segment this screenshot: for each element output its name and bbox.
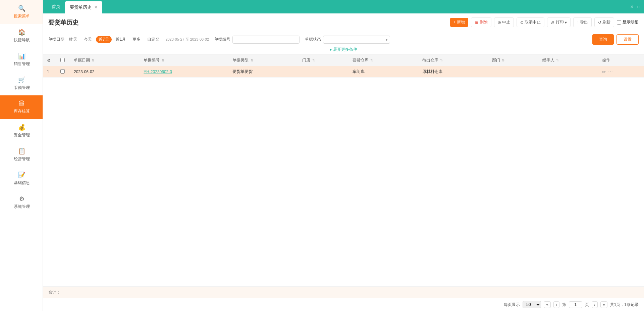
sort-doctype-icon: ⇅ bbox=[251, 58, 253, 62]
expand-icon: ▾ bbox=[330, 47, 332, 52]
tab-home[interactable]: 首页 bbox=[47, 0, 65, 13]
sidebar-item-purchase[interactable]: 🛒 采购管理 bbox=[0, 72, 43, 95]
operation-icon: 📋 bbox=[18, 147, 25, 155]
pagination: 每页显示 50 100 « ‹ 第 页 › » 共1页，1条记录 bbox=[43, 298, 644, 311]
sidebar-item-operation[interactable]: 📋 经营管理 bbox=[0, 143, 43, 167]
cell-action: ✏ ⋯ bbox=[598, 66, 644, 78]
next-page-button[interactable]: › bbox=[592, 301, 598, 308]
export-icon: ↑ bbox=[577, 20, 579, 25]
table-row: 1 2023-06-02 YH-20230602-0 要货单要货 车间库 原材料… bbox=[43, 66, 644, 78]
col-pending-warehouse[interactable]: 待出仓库 ⇅ bbox=[418, 55, 488, 66]
last-page-button[interactable]: » bbox=[600, 301, 607, 308]
doc-status-filter-group: 单据状态 bbox=[305, 36, 390, 44]
sidebar-item-basicinfo[interactable]: 📝 基础信息 bbox=[0, 167, 43, 190]
first-page-button[interactable]: « bbox=[544, 301, 551, 308]
page-size-select[interactable]: 50 100 bbox=[523, 301, 541, 308]
date-btn-7days[interactable]: 近7天 bbox=[96, 36, 112, 43]
date-filter-group: 单据日期 昨天 今天 近7天 近1月 更多 自定义 2023-05-27 至 2… bbox=[48, 36, 209, 43]
more-icon[interactable]: ⋯ bbox=[608, 69, 613, 75]
sidebar-item-system[interactable]: ⚙ 系统管理 bbox=[0, 190, 43, 214]
sidebar-item-label: 库存核算 bbox=[14, 108, 30, 114]
col-store[interactable]: 门店 ⇅ bbox=[298, 55, 348, 66]
date-btn-yesterday[interactable]: 昨天 bbox=[66, 36, 80, 43]
inventory-icon: 🏛 bbox=[19, 100, 25, 107]
sort-docno-icon: ⇅ bbox=[162, 58, 164, 62]
select-all-checkbox[interactable] bbox=[60, 58, 65, 62]
table-footer: 合计： bbox=[43, 286, 644, 298]
total-info: 共1页，1条记录 bbox=[610, 302, 639, 308]
col-settings[interactable]: ⚙ bbox=[43, 55, 56, 66]
date-btn-today[interactable]: 今天 bbox=[81, 36, 95, 43]
doc-status-label: 单据状态 bbox=[305, 37, 321, 42]
expand-more-button[interactable]: ▾ 展开更多条件 bbox=[48, 47, 639, 52]
doc-no-link[interactable]: YH-20230602-0 bbox=[144, 70, 172, 74]
col-doc-no[interactable]: 单据编号 ⇅ bbox=[140, 55, 228, 66]
stop-icon: ⊘ bbox=[498, 20, 501, 25]
window-minimize-button[interactable]: □ bbox=[638, 4, 640, 9]
row-checkbox[interactable] bbox=[60, 69, 65, 74]
print-button[interactable]: 🖨 打印 ▾ bbox=[547, 17, 571, 27]
query-button[interactable]: 查询 bbox=[592, 34, 614, 45]
doc-no-filter-group: 单据编号 bbox=[214, 36, 300, 44]
print-dropdown-icon: ▾ bbox=[565, 20, 567, 25]
date-btn-1month[interactable]: 近1月 bbox=[113, 36, 129, 43]
cell-pending-warehouse: 原材料仓库 bbox=[418, 66, 488, 78]
tab-close-button[interactable]: ✕ bbox=[94, 5, 98, 10]
page-header: 要货单历史 + 新增 🗑 删除 ⊘ 中止 ⊙ 取消中止 🖨 打印 bbox=[43, 13, 644, 30]
stop-button[interactable]: ⊘ 中止 bbox=[494, 17, 514, 27]
sort-pendwh-icon: ⇅ bbox=[440, 58, 443, 62]
main-wrapper: 首页 要货单历史 ✕ ✕ □ 要货单历史 + 新增 🗑 删除 ⊘ 中止 bbox=[43, 0, 644, 311]
col-handler[interactable]: 经手人 ⇅ bbox=[538, 55, 598, 66]
cancel-stop-button[interactable]: ⊙ 取消中止 bbox=[517, 17, 544, 27]
page-content: 要货单历史 + 新增 🗑 删除 ⊘ 中止 ⊙ 取消中止 🖨 打印 bbox=[43, 13, 644, 311]
show-detail-toggle[interactable]: 显示明细 bbox=[617, 19, 639, 25]
sidebar-item-finance[interactable]: 💰 资金管理 bbox=[0, 119, 43, 143]
cell-checkbox bbox=[56, 66, 70, 78]
date-btn-custom[interactable]: 自定义 bbox=[145, 36, 162, 43]
search-menu-icon: 🔍 bbox=[18, 5, 25, 12]
sidebar: 🔍 搜索菜单 🏠 快捷导航 📊 销售管理 🛒 采购管理 🏛 库存核算 💰 资金管… bbox=[0, 0, 43, 311]
action-icons: ✏ ⋯ bbox=[602, 69, 640, 75]
col-action: 操作 bbox=[598, 55, 644, 66]
col-checkbox bbox=[56, 55, 70, 66]
sidebar-item-search[interactable]: 🔍 搜索菜单 bbox=[0, 0, 43, 24]
settings-button[interactable]: 设置 bbox=[616, 34, 639, 45]
export-button[interactable]: ↑ 导出 bbox=[573, 17, 592, 27]
sidebar-item-quicknav[interactable]: 🏠 快捷导航 bbox=[0, 24, 43, 48]
page-number-input[interactable] bbox=[569, 301, 582, 308]
sidebar-item-inventory[interactable]: 🏛 库存核算 bbox=[0, 95, 43, 119]
cell-handler bbox=[538, 66, 598, 78]
home-icon: 🏠 bbox=[18, 29, 25, 36]
date-btn-more[interactable]: 更多 bbox=[130, 36, 143, 43]
delete-button[interactable]: 🗑 删除 bbox=[471, 17, 491, 27]
col-date[interactable]: 单据日期 ⇅ bbox=[70, 55, 140, 66]
col-department[interactable]: 部门 ⇅ bbox=[488, 55, 538, 66]
prev-page-button[interactable]: ‹ bbox=[553, 301, 559, 308]
page-title: 要货单历史 bbox=[48, 18, 78, 27]
purchase-icon: 🛒 bbox=[18, 76, 25, 84]
col-req-warehouse[interactable]: 要货仓库 ⇅ bbox=[348, 55, 418, 66]
refresh-button[interactable]: ↺ 刷新 bbox=[594, 17, 614, 27]
cell-doc-type: 要货单要货 bbox=[228, 66, 298, 78]
sales-icon: 📊 bbox=[18, 52, 25, 60]
col-doc-type[interactable]: 单据类型 ⇅ bbox=[228, 55, 298, 66]
window-close-button[interactable]: ✕ bbox=[630, 4, 634, 9]
sort-store-icon: ⇅ bbox=[312, 58, 315, 62]
doc-no-input[interactable] bbox=[232, 36, 300, 44]
doc-status-select[interactable] bbox=[323, 36, 390, 44]
sidebar-item-sales[interactable]: 📊 销售管理 bbox=[0, 48, 43, 72]
sort-reqwh-icon: ⇅ bbox=[370, 58, 373, 62]
sidebar-item-label: 系统管理 bbox=[14, 204, 30, 210]
table-wrapper: ⚙ 单据日期 ⇅ 单据编号 ⇅ 单据类型 bbox=[43, 55, 644, 286]
finance-icon: 💰 bbox=[18, 124, 25, 131]
edit-icon[interactable]: ✏ bbox=[602, 69, 606, 75]
doc-status-select-wrapper bbox=[323, 36, 390, 44]
sort-handler-icon: ⇅ bbox=[556, 58, 559, 62]
sort-dept-icon: ⇅ bbox=[502, 58, 504, 62]
add-button[interactable]: + 新增 bbox=[450, 18, 468, 27]
tab-requisition-history[interactable]: 要货单历史 ✕ bbox=[65, 1, 102, 13]
show-detail-checkbox[interactable] bbox=[617, 20, 621, 25]
sidebar-item-label: 经营管理 bbox=[14, 156, 30, 162]
date-label: 单据日期 bbox=[48, 37, 64, 42]
action-buttons: 查询 设置 bbox=[592, 34, 639, 45]
